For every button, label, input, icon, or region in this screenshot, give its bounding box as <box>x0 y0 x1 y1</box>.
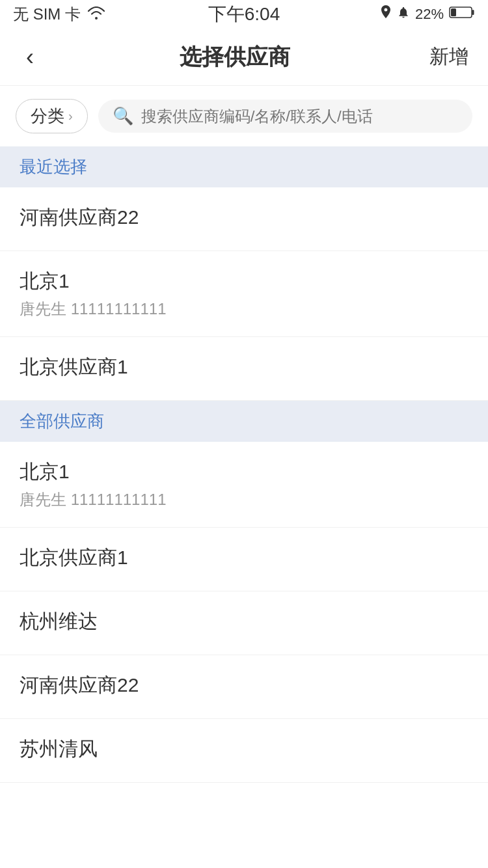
all-section-header: 全部供应商 <box>0 401 488 442</box>
search-box[interactable]: 🔍 <box>98 100 472 133</box>
item-name: 北京1 <box>20 268 468 295</box>
item-name: 北京供应商1 <box>20 545 468 571</box>
recent-items-list: 河南供应商22 北京1 唐先生 11111111111北京供应商1 <box>0 187 488 401</box>
status-left: 无 SIM 卡 <box>13 4 105 25</box>
battery-text: 22% <box>415 6 444 23</box>
location-icon <box>380 5 392 23</box>
search-icon: 🔍 <box>113 106 133 126</box>
list-item[interactable]: 北京1 唐先生 11111111111 <box>0 251 488 337</box>
all-section-label: 全部供应商 <box>20 411 104 431</box>
list-item[interactable]: 河南供应商22 <box>0 655 488 719</box>
page-title: 选择供应商 <box>180 42 290 72</box>
status-time: 下午6:04 <box>208 2 280 27</box>
nav-bar: ‹ 选择供应商 新增 <box>0 29 488 86</box>
alarm-icon <box>397 5 410 23</box>
no-sim-text: 无 SIM 卡 <box>13 4 81 25</box>
chevron-right-icon: › <box>68 109 73 124</box>
list-item[interactable]: 北京1 唐先生 11111111111 <box>0 442 488 528</box>
item-name: 河南供应商22 <box>20 672 468 699</box>
all-items-list: 北京1 唐先生 11111111111北京供应商1 杭州维达 河南供应商22 苏… <box>0 442 488 783</box>
list-item[interactable]: 北京供应商1 <box>0 528 488 591</box>
back-button[interactable]: ‹ <box>20 37 40 77</box>
item-name: 杭州维达 <box>20 608 468 635</box>
status-bar: 无 SIM 卡 下午6:04 22% <box>0 0 488 29</box>
item-name: 河南供应商22 <box>20 204 468 231</box>
svg-rect-1 <box>472 10 474 15</box>
category-button[interactable]: 分类 › <box>16 99 88 133</box>
recent-section-header: 最近选择 <box>0 146 488 187</box>
item-name: 苏州清风 <box>20 736 468 763</box>
search-input[interactable] <box>141 107 458 126</box>
item-name: 北京1 <box>20 459 468 485</box>
item-sub: 唐先生 11111111111 <box>20 489 468 510</box>
filter-bar: 分类 › 🔍 <box>0 86 488 146</box>
recent-section-label: 最近选择 <box>20 157 87 176</box>
list-item[interactable]: 北京供应商1 <box>0 337 488 401</box>
add-button[interactable]: 新增 <box>429 44 468 70</box>
list-item[interactable]: 河南供应商22 <box>0 187 488 251</box>
battery-icon <box>449 6 475 23</box>
list-item[interactable]: 杭州维达 <box>0 591 488 655</box>
wifi-icon <box>87 5 105 23</box>
svg-rect-2 <box>451 8 456 16</box>
list-item[interactable]: 苏州清风 <box>0 719 488 783</box>
category-label: 分类 <box>31 105 64 128</box>
item-sub: 唐先生 11111111111 <box>20 299 468 319</box>
item-name: 北京供应商1 <box>20 354 468 381</box>
status-right: 22% <box>380 5 475 23</box>
